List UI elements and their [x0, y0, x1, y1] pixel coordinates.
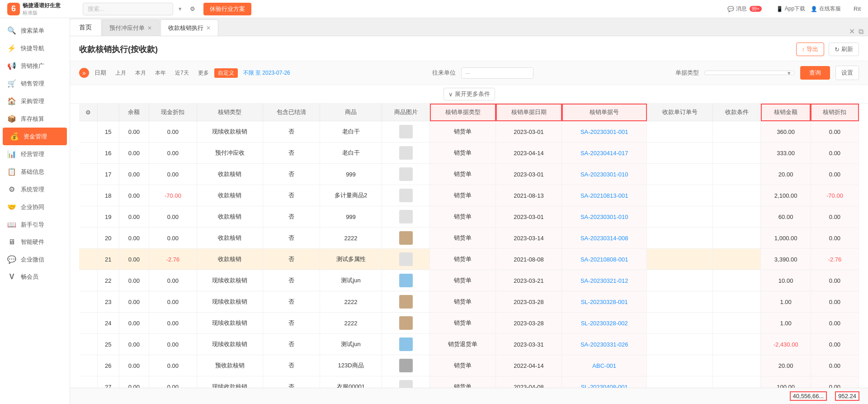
cancel-bill-link[interactable]: SA-20230314-008: [580, 235, 628, 242]
cancel-bill-link[interactable]: SL-20230328-001: [581, 299, 628, 305]
product-image: [399, 380, 413, 388]
cell-cancel-bill-no[interactable]: SA-20230414-017: [562, 143, 647, 164]
cancel-bill-link[interactable]: SA-20230321-012: [580, 277, 628, 284]
from-unit-input[interactable]: ···: [461, 67, 533, 79]
cancel-bill-link[interactable]: SA-20230301-001: [580, 128, 628, 135]
cancel-bill-link[interactable]: SA-20210808-001: [580, 256, 628, 263]
sidebar-item-member[interactable]: V 畅会员: [0, 268, 70, 285]
solution-button[interactable]: 休验行业方案: [203, 3, 251, 15]
sidebar-label-sales: 销售管理: [21, 80, 44, 88]
date-this-month[interactable]: 本月: [132, 68, 150, 78]
sidebar-item-sales[interactable]: 🛒 销售管理: [0, 75, 70, 92]
online-service-area[interactable]: 👤 在线客服: [811, 5, 841, 13]
th-settings[interactable]: ⚙: [79, 104, 97, 121]
cell-product-img: [382, 164, 430, 185]
sidebar-item-purchase[interactable]: 🏠 采购管理: [0, 92, 70, 110]
cell-cancel-bill-no[interactable]: SA-20230301-001: [562, 121, 647, 143]
th-receipt-order-no: 收款单订单号: [647, 104, 713, 121]
tab-prepayment-close[interactable]: ✕: [147, 25, 152, 31]
sidebar-item-operations[interactable]: 📊 经营管理: [0, 145, 70, 163]
sidebar-item-enterprise[interactable]: 🤝 企业协同: [0, 198, 70, 216]
cancel-bill-link[interactable]: ABC-001: [592, 362, 616, 369]
export-button[interactable]: ↑ 导出: [796, 43, 825, 56]
expand-bar: ∨ 展开更多条件: [70, 85, 868, 104]
table-container[interactable]: ⚙ 余额 现金折扣 核销类型 包含已结清 商品 商品图片 核销单据类型 核销单据…: [70, 104, 868, 388]
table-row: 18 0.00 -70.00 收款核销 否 多计量商品2 销货单 2021-08…: [79, 185, 859, 206]
sidebar-item-shortcut[interactable]: ⚡ 快捷导航: [0, 39, 70, 57]
cell-include-cleared: 否: [263, 355, 320, 376]
gear-icon[interactable]: ⚙: [187, 4, 198, 14]
cell-cancel-bill-no[interactable]: SA-20230301-010: [562, 206, 647, 228]
cancel-bill-link[interactable]: SA-20210813-001: [580, 192, 628, 199]
sidebar-item-system[interactable]: ⚙ 系统管理: [0, 181, 70, 198]
cancel-bill-link[interactable]: SA-20230301-010: [580, 214, 628, 220]
footer-cancel-amount: 40,556,66...: [790, 392, 827, 400]
cell-cancel-amount: 333.00: [761, 143, 811, 164]
setting-button[interactable]: 设置: [835, 66, 859, 80]
close-all-icon[interactable]: ✕: [849, 27, 855, 36]
tab-home[interactable]: 首页: [70, 19, 101, 36]
app-download-area[interactable]: 📱 App下载: [776, 5, 805, 13]
cancel-bill-link[interactable]: SL-20230328-002: [581, 320, 628, 327]
cell-cancel-discount: -2.76: [811, 249, 859, 270]
restore-icon[interactable]: ⧉: [859, 28, 863, 36]
cancel-bill-link[interactable]: SL-20230408-001: [581, 384, 628, 388]
cell-cash-discount: 0.00: [149, 355, 197, 376]
cell-include-cleared: 否: [263, 206, 320, 228]
cell-product: 999: [320, 206, 382, 228]
cell-cancel-amount: 2,100.00: [761, 185, 811, 206]
date-7days[interactable]: 近7天: [171, 68, 193, 78]
bill-type-select[interactable]: ▾: [704, 71, 795, 75]
cell-cancel-bill-no[interactable]: SA-20230301-010: [562, 164, 647, 185]
cancel-bill-link[interactable]: SA-20230414-017: [580, 150, 628, 157]
filter-expand-button[interactable]: »: [79, 68, 89, 78]
cell-cancel-bill-no[interactable]: SA-20230314-008: [562, 228, 647, 249]
from-unit-label: 往来单位: [432, 69, 456, 77]
cell-cash-discount: 0.00: [149, 164, 197, 185]
sidebar-item-wechat[interactable]: 💬 企业微信: [0, 251, 70, 268]
product-image: [399, 295, 413, 309]
logo-area: 6 畅捷通谱好生意 标准版: [7, 2, 77, 16]
cell-settings: [79, 164, 97, 185]
cell-cancel-bill-type: 销货单: [430, 206, 496, 228]
tab-prepayment[interactable]: 预付冲应付单 ✕: [102, 19, 160, 36]
date-more[interactable]: 更多: [194, 68, 212, 78]
date-this-year[interactable]: 本年: [151, 68, 170, 78]
cell-cancel-discount: 0.00: [811, 376, 859, 388]
messages-icon-area[interactable]: 💬 消息 99+: [727, 5, 762, 13]
tab-receipt-close[interactable]: ✕: [206, 25, 211, 31]
dropdown-icon[interactable]: ▾: [179, 5, 182, 12]
cell-cancel-bill-no[interactable]: SL-20230408-001: [562, 376, 647, 388]
query-button[interactable]: 查询: [800, 66, 830, 80]
date-last-month[interactable]: 上月: [112, 68, 130, 78]
tab-home-label: 首页: [79, 24, 92, 32]
cell-receipt-condition: [713, 355, 761, 376]
sidebar-item-inventory[interactable]: 📦 库存核算: [0, 110, 70, 128]
date-custom[interactable]: 自定义: [214, 68, 238, 78]
cell-cancel-bill-no[interactable]: SA-20210808-001: [562, 249, 647, 270]
sidebar-item-marketing[interactable]: 📢 营销推广: [0, 57, 70, 75]
sidebar-item-newbie[interactable]: 📖 新手引导: [0, 216, 70, 233]
th-cash-discount: 现金折扣: [149, 104, 197, 121]
cell-seq: 16: [97, 143, 119, 164]
shortcut-icon: ⚡: [7, 44, 16, 52]
expand-more-button[interactable]: ∨ 展开更多条件: [443, 88, 495, 100]
sidebar-item-finance[interactable]: 💰 资金管理: [3, 128, 67, 145]
cell-cancel-type: 收款核销: [197, 228, 263, 249]
tab-receipt[interactable]: 收款核销执行 ✕: [160, 19, 218, 36]
cell-cancel-bill-no[interactable]: SA-20230321-012: [562, 270, 647, 291]
cell-cancel-bill-no[interactable]: ABC-001: [562, 355, 647, 376]
cell-cancel-bill-no[interactable]: SL-20230328-001: [562, 291, 647, 313]
cancel-bill-link[interactable]: SA-20230301-010: [580, 171, 628, 178]
cancel-bill-link[interactable]: SA-20230331-026: [580, 341, 628, 348]
sidebar-item-basic[interactable]: 📋 基础信息: [0, 163, 70, 181]
user-name-area[interactable]: Rit: [854, 5, 861, 12]
table-row: 21 0.00 -2.76 收款核销 否 测试多属性 销货单 2021-08-0…: [79, 249, 859, 270]
cell-cancel-bill-no[interactable]: SA-20210813-001: [562, 185, 647, 206]
cell-cancel-bill-no[interactable]: SA-20230331-026: [562, 334, 647, 355]
refresh-button[interactable]: ↻ 刷新: [829, 43, 859, 56]
cell-cancel-bill-no[interactable]: SL-20230328-002: [562, 313, 647, 334]
sidebar-item-search[interactable]: 🔍 搜索菜单: [0, 22, 70, 39]
sidebar-item-hardware[interactable]: 🖥 智能硬件: [0, 233, 70, 251]
cell-product: 老白干: [320, 143, 382, 164]
